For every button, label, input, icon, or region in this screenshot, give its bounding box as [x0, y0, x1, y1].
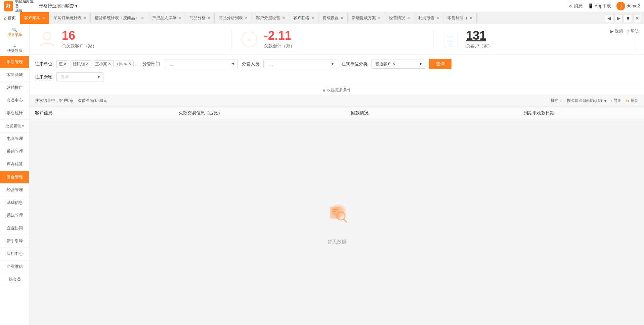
close-icon[interactable]: ✕	[178, 16, 181, 20]
remove-tag-cjttcw[interactable]: ✕	[128, 62, 131, 66]
col-header-debt: 欠款交易信息（占比）	[179, 110, 351, 116]
remove-tag-wu[interactable]: ✕	[63, 62, 67, 66]
filter-tags-unit: 伍 ✕ 陈民强 ✕ 王小亮 ✕ cjttcw ✕ ...	[56, 60, 138, 68]
nav-prev-btn[interactable]: ◀	[605, 14, 613, 22]
close-icon[interactable]: ✕	[208, 16, 210, 20]
close-icon[interactable]: ✕	[282, 16, 285, 20]
close-icon[interactable]: ✕	[436, 16, 439, 20]
empty-icon	[320, 200, 354, 233]
phone-icon: 📱	[588, 3, 593, 8]
sidebar-item-enterprise-wechat[interactable]: 企业微信	[0, 260, 29, 273]
category-select[interactable]: 普通客户 ✕ ▾	[372, 60, 425, 69]
refresh-icon: ↻	[626, 99, 629, 103]
collapse-filter-btn[interactable]: ∧ 收起更多条件	[35, 85, 639, 95]
help-btn[interactable]: ? 帮助	[627, 28, 639, 34]
sidebar-quick-nav[interactable]: ≡ 快捷导航	[0, 41, 29, 56]
export-btn[interactable]: ↑ 导出	[610, 98, 622, 104]
stat-value-debt: -2.11	[264, 30, 295, 42]
close-icon[interactable]: ✕	[84, 16, 86, 20]
close-icon[interactable]: ✕	[470, 16, 472, 20]
tab-operations[interactable]: 经营情况 ✕	[385, 12, 414, 24]
tab-customer-contact[interactable]: 客户联络 ✕	[289, 12, 318, 24]
close-icon[interactable]: ✕	[245, 16, 248, 20]
sort-select[interactable]: 按欠款金额倒序排序 ▾	[567, 98, 606, 104]
tab-profit-report[interactable]: 利润报告 ✕	[414, 12, 443, 24]
stat-info-debt: -2.11 欠款合计（万）	[264, 30, 295, 49]
customer-icon	[38, 30, 56, 49]
svg-rect-7	[450, 40, 453, 42]
tab-product-analysis-list[interactable]: 商品分析列表 ✕	[215, 12, 252, 24]
stat-info-customers: 16 总欠款客户（家）	[62, 30, 97, 49]
close-icon[interactable]: ✕	[311, 16, 314, 20]
filter-tag-wu: 伍 ✕	[56, 60, 69, 68]
nav-expand-btn[interactable]: ◾	[624, 14, 632, 22]
tab-retail-profit[interactable]: 零售利润（ ✕	[443, 12, 477, 24]
person-dots[interactable]: ...	[269, 61, 273, 67]
content-area: 16 总欠款客户（家） ¥ -2.11 欠款合计（万）	[30, 24, 644, 325]
sidebar-item-retail-stats[interactable]: 零售统计	[0, 107, 29, 120]
remove-tag-chen[interactable]: ✕	[86, 62, 89, 66]
empty-text: 暂无数据	[328, 239, 346, 245]
sidebar-item-system-mgmt[interactable]: 系统管理	[0, 209, 29, 222]
sidebar-item-ecommerce-mgmt[interactable]: 电商管理	[0, 133, 29, 145]
tab-inventory-stat[interactable]: 进货单统计表（按商品） ✕	[91, 12, 148, 24]
svg-rect-14	[332, 213, 337, 213]
sidebar-item-vip-member[interactable]: 畅会员	[0, 273, 29, 286]
video-btn[interactable]: ▶ 视频	[610, 28, 623, 34]
filter-more-btn[interactable]: ...	[135, 62, 138, 66]
person-select[interactable]: ... ▾	[263, 60, 337, 68]
nav-next-btn[interactable]: ▶	[614, 14, 622, 22]
dept-select[interactable]: ... ▾	[164, 60, 238, 68]
tab-promotion-settings[interactable]: 提成设置 ✕	[318, 12, 348, 24]
message-btn[interactable]: ✉ 消息	[569, 3, 583, 9]
tab-customer-capital[interactable]: 客户账本 ✕	[20, 12, 49, 24]
svg-rect-5	[450, 36, 453, 38]
tab-new-promotion[interactable]: 新增提成方案 ✕	[348, 12, 385, 24]
sidebar-item-retail-mgmt[interactable]: 零售管理	[0, 56, 29, 69]
balance-chevron-icon: ▾	[98, 75, 100, 79]
tab-home[interactable]: ⌂ 首页	[0, 12, 20, 24]
sidebar-item-enterprise-collab[interactable]: 企业协同	[0, 222, 29, 235]
close-icon[interactable]: ✕	[407, 16, 410, 20]
chevron-down-icon: ▾	[75, 3, 78, 8]
tab-product-inbound[interactable]: 产成品入库单 ✕	[148, 12, 185, 24]
sidebar-item-member-center[interactable]: 会员中心	[0, 94, 29, 107]
close-icon[interactable]: ✕	[341, 16, 343, 20]
sort-chevron-icon: ▾	[604, 99, 606, 103]
tab-product-analysis[interactable]: 商品分析 ✕	[185, 12, 215, 24]
logo-text: 畅捷通好生意 标版	[15, 0, 34, 13]
sidebar-item-wholesale-mgmt[interactable]: 批发管理 ▾	[0, 120, 29, 133]
app-download-btn[interactable]: 📱 App下载	[588, 3, 611, 9]
tab-purchase-order-stat[interactable]: 采购订单统计表 ✕	[49, 12, 91, 24]
nav-close-all-btn[interactable]: ✕	[633, 14, 641, 22]
sidebar-item-app-center[interactable]: 应用中心	[0, 248, 29, 260]
unit-filter-label: 往来单位	[35, 61, 52, 67]
close-icon[interactable]: ✕	[141, 16, 144, 20]
sidebar-item-inventory[interactable]: 库存核算	[0, 158, 29, 171]
building-icon	[442, 30, 461, 49]
refresh-btn[interactable]: ↻ 刷新	[626, 98, 639, 104]
user-profile[interactable]: D demo2	[616, 2, 640, 10]
sidebar-item-basic-info[interactable]: 基础信息	[0, 196, 29, 209]
query-button[interactable]: 查询	[429, 59, 452, 69]
sidebar-search[interactable]: 🔍 搜索菜单	[0, 24, 29, 41]
stat-block-customers: 16 总欠款客户（家）	[38, 30, 232, 49]
sidebar-item-purchase-mgmt[interactable]: 采购管理	[0, 145, 29, 158]
sidebar-item-marketing[interactable]: 营销推广	[0, 81, 29, 94]
balance-select[interactable]: 选择... ▾	[56, 72, 103, 81]
logo-area: 好 畅捷通好生意 标版	[4, 0, 34, 13]
tab-customer-segment[interactable]: 客户分层经营 ✕	[252, 12, 289, 24]
remove-tag-wang[interactable]: ✕	[108, 62, 111, 66]
close-icon[interactable]: ✕	[42, 16, 45, 20]
close-icon[interactable]: ✕	[378, 16, 381, 20]
env-selector[interactable]: 母婴行业演示账套 ▾	[36, 3, 80, 9]
col-header-due-date: 到期未收款日期	[524, 110, 639, 116]
sidebar-item-new-guide[interactable]: 新手引导	[0, 235, 29, 248]
sidebar-item-capital-mgmt[interactable]: 资金管理	[0, 171, 29, 184]
remove-category-tag[interactable]: ✕	[392, 62, 395, 66]
dept-dots[interactable]: ...	[170, 61, 174, 67]
stats-bar: 16 总欠款客户（家） ¥ -2.11 欠款合计（万）	[30, 24, 644, 55]
svg-rect-6	[447, 40, 449, 42]
sidebar-item-retail-mall[interactable]: 零售商城	[0, 69, 29, 81]
sidebar-item-operations-mgmt[interactable]: 经营管理	[0, 184, 29, 196]
